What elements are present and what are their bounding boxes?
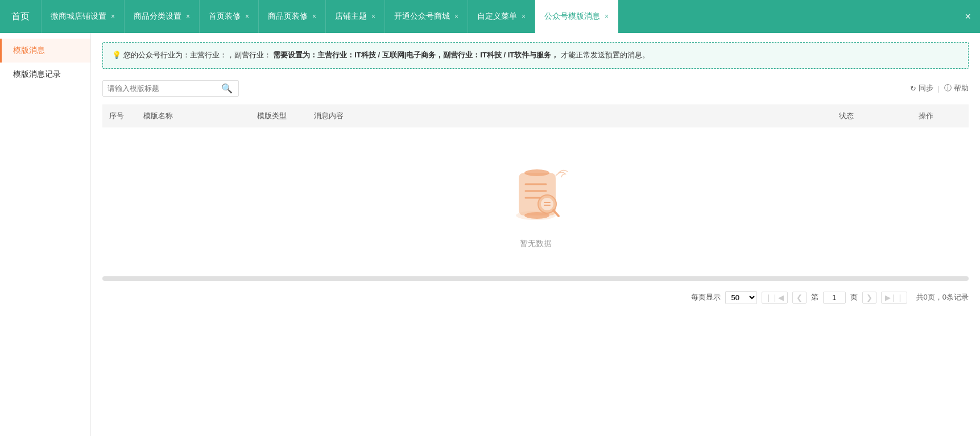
tab-category[interactable]: 商品分类设置 × bbox=[125, 0, 200, 33]
pagination-row: 每页显示 50 20 100 ❘❘◀ ❮ 第 页 ❯ ▶❘❘ 共0页，0条记录 bbox=[102, 285, 969, 306]
tab-template-msg[interactable]: 公众号模版消息 × bbox=[535, 0, 618, 33]
page-label: 第 bbox=[811, 292, 818, 302]
close-icon[interactable]: × bbox=[522, 13, 526, 20]
col-status: 状态 bbox=[832, 105, 912, 127]
sidebar-item-template-msg-record[interactable]: 模版消息记录 bbox=[0, 63, 90, 86]
per-page-label: 每页显示 bbox=[691, 292, 721, 302]
sync-icon: ↻ bbox=[910, 84, 916, 93]
last-page-button[interactable]: ▶❘❘ bbox=[881, 292, 907, 304]
search-row: 🔍 ↻ 同步 | ⓘ 帮助 bbox=[102, 80, 969, 97]
empty-row: 暂无数据 bbox=[102, 127, 969, 272]
notice-text-after: 才能正常发送预置的消息。 bbox=[561, 51, 650, 59]
tab-product-decor[interactable]: 商品页装修 × bbox=[259, 0, 326, 33]
tab-shop-settings[interactable]: 微商城店铺设置 × bbox=[42, 0, 125, 33]
sidebar-item-template-msg[interactable]: 模版消息 bbox=[0, 39, 90, 63]
sidebar-item-template-msg-label: 模版消息 bbox=[13, 45, 45, 55]
table-header-row: 序号 模版名称 模版类型 消息内容 状态 操作 bbox=[102, 105, 969, 127]
col-actions: 操作 bbox=[912, 105, 969, 127]
main-layout: 模版消息 模版消息记录 💡 您的公众号行业为：主营行业：，副营行业： 需要设置为… bbox=[0, 33, 980, 436]
page-unit: 页 bbox=[850, 292, 858, 302]
tab-theme[interactable]: 店铺主题 × bbox=[326, 0, 385, 33]
close-icon[interactable]: × bbox=[312, 13, 316, 20]
col-index: 序号 bbox=[102, 105, 137, 127]
tab-custom-menu[interactable]: 自定义菜单 × bbox=[468, 0, 535, 33]
close-all-button[interactable]: × bbox=[956, 11, 980, 23]
tab-open-mall-label: 开通公众号商城 bbox=[394, 11, 450, 22]
search-input-wrap[interactable]: 🔍 bbox=[102, 80, 239, 97]
tab-home-decor-label: 首页装修 bbox=[209, 11, 241, 22]
search-input[interactable] bbox=[107, 84, 221, 93]
content-area: 💡 您的公众号行业为：主营行业：，副营行业： 需要设置为：主营行业：IT科技 /… bbox=[91, 33, 980, 436]
prev-page-button[interactable]: ❮ bbox=[792, 292, 807, 304]
search-icon[interactable]: 🔍 bbox=[221, 83, 233, 94]
tab-shop-settings-label: 微商城店铺设置 bbox=[51, 11, 106, 22]
sidebar: 模版消息 模版消息记录 bbox=[0, 33, 91, 436]
first-page-button[interactable]: ❘❘◀ bbox=[762, 292, 788, 304]
empty-text: 暂无数据 bbox=[520, 239, 552, 249]
sync-label: 同步 bbox=[919, 83, 933, 93]
close-icon[interactable]: × bbox=[454, 13, 458, 20]
tab-open-mall[interactable]: 开通公众号商城 × bbox=[385, 0, 468, 33]
close-icon[interactable]: × bbox=[245, 13, 249, 20]
help-label: 帮助 bbox=[954, 83, 969, 93]
empty-illustration bbox=[502, 161, 570, 230]
sidebar-item-template-msg-record-label: 模版消息记录 bbox=[13, 69, 61, 78]
close-icon[interactable]: × bbox=[371, 13, 375, 20]
toolbar-divider: | bbox=[938, 84, 940, 93]
per-page-select[interactable]: 50 20 100 bbox=[725, 291, 757, 304]
tab-home[interactable]: 首页 bbox=[0, 0, 42, 33]
tab-category-label: 商品分类设置 bbox=[134, 11, 181, 22]
help-button[interactable]: ⓘ 帮助 bbox=[944, 83, 969, 93]
tab-product-decor-label: 商品页装修 bbox=[268, 11, 308, 22]
page-input[interactable] bbox=[823, 292, 846, 304]
notice-text-before: 您的公众号行业为：主营行业：，副营行业： bbox=[123, 51, 271, 59]
sync-button[interactable]: ↻ 同步 bbox=[910, 83, 933, 93]
toolbar-right: ↻ 同步 | ⓘ 帮助 bbox=[910, 83, 969, 93]
next-page-button[interactable]: ❯ bbox=[862, 292, 876, 304]
notice-text-highlight: 需要设置为：主营行业：IT科技 / 互联网|电子商务，副营行业：IT科技 / I… bbox=[273, 51, 559, 59]
empty-state: 暂无数据 bbox=[102, 127, 969, 272]
close-icon[interactable]: × bbox=[111, 13, 115, 20]
svg-point-7 bbox=[541, 198, 553, 210]
help-icon: ⓘ bbox=[944, 83, 952, 93]
tab-home-decor[interactable]: 首页装修 × bbox=[200, 0, 259, 33]
svg-point-1 bbox=[524, 169, 549, 176]
tab-home-label: 首页 bbox=[11, 11, 30, 23]
tab-custom-menu-label: 自定义菜单 bbox=[477, 11, 517, 22]
col-type: 模版类型 bbox=[250, 105, 307, 127]
total-label: 共0页，0条记录 bbox=[916, 292, 969, 302]
data-table: 序号 模版名称 模版类型 消息内容 状态 操作 bbox=[102, 105, 969, 272]
col-name: 模版名称 bbox=[137, 105, 250, 127]
col-content: 消息内容 bbox=[307, 105, 832, 127]
close-icon[interactable]: × bbox=[186, 13, 190, 20]
close-icon[interactable]: × bbox=[605, 13, 609, 20]
tab-theme-label: 店铺主题 bbox=[335, 11, 367, 22]
horizontal-scrollbar[interactable] bbox=[102, 276, 969, 281]
tab-template-msg-label: 公众号模版消息 bbox=[544, 11, 600, 22]
notice-box: 💡 您的公众号行业为：主营行业：，副营行业： 需要设置为：主营行业：IT科技 /… bbox=[102, 42, 969, 69]
notice-icon: 💡 bbox=[112, 51, 121, 59]
tab-bar: 首页 微商城店铺设置 × 商品分类设置 × 首页装修 × 商品页装修 × 店铺主… bbox=[0, 0, 980, 33]
